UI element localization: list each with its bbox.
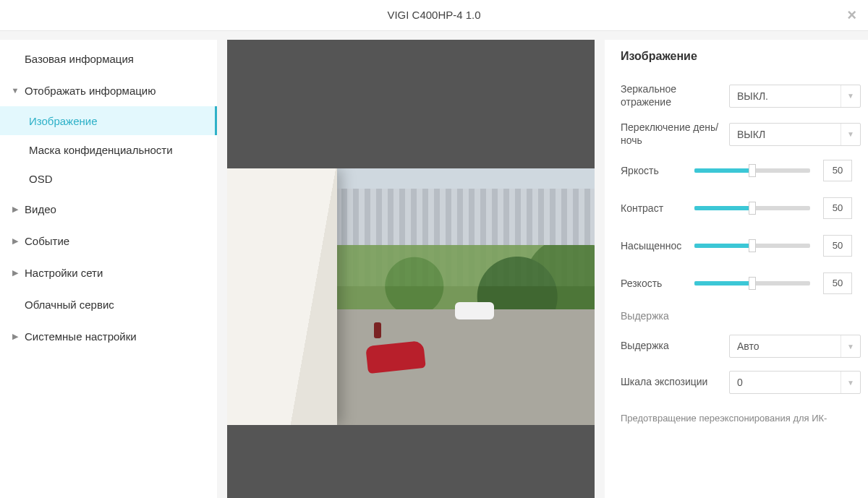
saturation-value[interactable]: 50 [823, 235, 852, 257]
sidebar-sub-privacy-mask[interactable]: Маска конфиденциальности [0, 135, 217, 164]
scene-person [374, 322, 381, 338]
exposure-select[interactable]: Авто ▼ [729, 335, 861, 358]
sidebar-item-label: Системные настройки [25, 330, 137, 343]
slider-thumb[interactable] [749, 164, 756, 177]
chevron-right-icon: ▶ [10, 205, 20, 214]
exposure-scale-select[interactable]: 0 ▼ [729, 371, 861, 394]
brightness-label: Яркость [621, 165, 694, 176]
brightness-value[interactable]: 50 [823, 160, 852, 181]
exposure-label: Выдержка [621, 340, 729, 353]
slider-fill [694, 206, 752, 210]
sidebar-item-network[interactable]: ▶ Настройки сети [0, 257, 217, 288]
brightness-slider[interactable] [694, 168, 810, 173]
settings-panel: Изображение Зеркальное отражение ВЫКЛ. ▼… [605, 40, 868, 498]
daynight-select[interactable]: ВЫКЛ ▼ [729, 123, 861, 146]
body-container: ▶ Базовая информация ▼ Отображать информ… [0, 31, 868, 498]
scene-wall [227, 168, 337, 426]
sharpness-value[interactable]: 50 [823, 272, 852, 294]
settings-title: Изображение [621, 50, 852, 63]
sidebar-sub-osd[interactable]: OSD [0, 164, 217, 193]
chevron-right-icon: ▶ [10, 236, 20, 246]
sidebar-item-basic-info[interactable]: ▶ Базовая информация [0, 43, 217, 74]
sidebar-item-label: Событие [25, 235, 69, 247]
sidebar-item-label: Отображать информацию [25, 85, 156, 97]
chevron-down-icon: ▼ [841, 85, 860, 107]
sidebar-item-label: Базовая информация [25, 53, 134, 65]
chevron-down-icon: ▼ [10, 86, 20, 95]
sharpness-label: Резкость [621, 278, 694, 289]
sidebar-item-system[interactable]: ▶ Системные настройки [0, 320, 217, 352]
close-icon[interactable]: × [847, 0, 856, 30]
sharpness-slider[interactable] [694, 281, 810, 286]
sidebar-item-cloud[interactable]: ▶ Облачный сервис [0, 288, 217, 320]
window-title: VIGI C400HP-4 1.0 [387, 9, 480, 21]
header-bar: VIGI C400HP-4 1.0 × [0, 0, 868, 31]
mirror-select[interactable]: ВЫКЛ. ▼ [729, 85, 861, 108]
select-value: Авто [737, 340, 760, 352]
exposure-scale-label: Шкала экспозиции [621, 376, 729, 389]
ir-overexposure-note: Предотвращение переэкспонирования для ИК… [621, 413, 852, 424]
sidebar-item-event[interactable]: ▶ Событие [0, 225, 217, 257]
chevron-down-icon: ▼ [841, 372, 860, 393]
chevron-down-icon: ▼ [841, 335, 860, 357]
sidebar-item-label: Облачный сервис [25, 299, 114, 311]
slider-thumb[interactable] [749, 202, 756, 215]
select-value: ВЫКЛ [737, 129, 765, 140]
video-preview[interactable] [227, 40, 595, 498]
sidebar-item-label: OSD [29, 173, 53, 185]
saturation-label: Насыщеннос [621, 240, 694, 252]
camera-scene [227, 168, 595, 426]
sidebar-item-label: Настройки сети [25, 267, 103, 279]
slider-fill [694, 168, 752, 173]
mirror-label: Зеркальное отражение [621, 83, 729, 108]
sidebar: ▶ Базовая информация ▼ Отображать информ… [0, 40, 217, 498]
daynight-label: Переключение день/ночь [621, 121, 729, 147]
chevron-right-icon: ▶ [10, 268, 20, 278]
exposure-section-title: Выдержка [621, 310, 852, 322]
select-value: ВЫКЛ. [737, 90, 768, 102]
slider-thumb[interactable] [749, 277, 756, 290]
contrast-value[interactable]: 50 [823, 197, 852, 219]
slider-thumb[interactable] [749, 239, 756, 252]
saturation-slider[interactable] [694, 244, 810, 248]
scene-red-car [365, 340, 426, 374]
chevron-right-icon: ▶ [10, 332, 20, 341]
contrast-label: Контраст [621, 202, 694, 214]
chevron-down-icon: ▼ [841, 124, 860, 145]
scene-white-car [455, 302, 494, 319]
select-value: 0 [737, 377, 743, 388]
sidebar-item-display-info[interactable]: ▼ Отображать информацию [0, 74, 217, 106]
slider-fill [694, 281, 752, 286]
sidebar-item-label: Видео [25, 203, 56, 215]
sidebar-item-video[interactable]: ▶ Видео [0, 193, 217, 225]
contrast-slider[interactable] [694, 206, 810, 210]
sidebar-item-label: Маска конфиденциальности [29, 144, 173, 156]
sidebar-item-label: Изображение [29, 115, 98, 127]
sidebar-sub-image[interactable]: Изображение [0, 106, 217, 135]
slider-fill [694, 244, 752, 248]
